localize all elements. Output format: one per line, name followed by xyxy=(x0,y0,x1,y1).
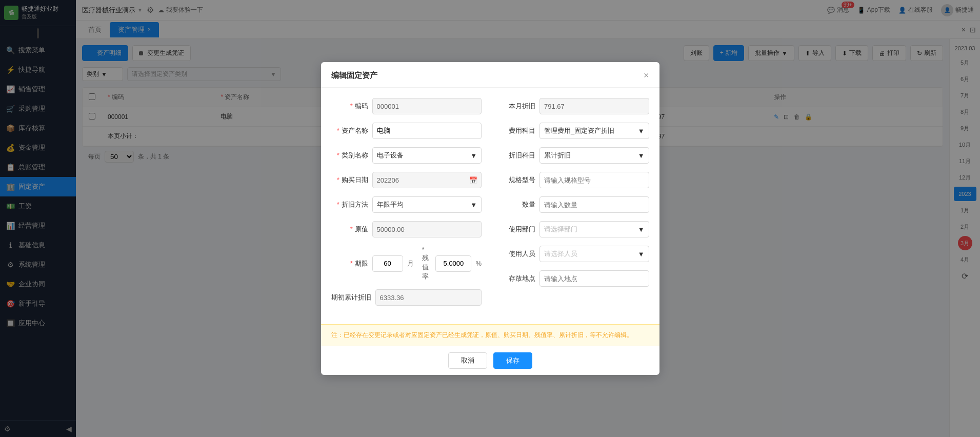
dep-account-value: 累计折旧 xyxy=(544,151,571,160)
residual-rate-label: * 残值率 xyxy=(422,246,432,281)
residual-rate-input[interactable] xyxy=(435,255,471,272)
period-unit: 月 xyxy=(407,259,414,268)
form-row-user: 使用人员 请选择人员 ▼ xyxy=(498,246,649,262)
form-row-monthly-dep: 本月折旧 xyxy=(498,98,649,114)
edit-asset-modal: 编辑固定资产 × 编码 资产名称 xyxy=(321,62,659,375)
spec-label: 规格型号 xyxy=(498,175,539,185)
expense-account-icon: ▼ xyxy=(638,127,645,135)
monthly-dep-input[interactable] xyxy=(539,98,649,114)
form-row-period: 期限 月 * 残值率 % xyxy=(331,246,482,281)
purchase-date-label: 购买日期 xyxy=(331,175,372,185)
depreciation-method-label: 折旧方法 xyxy=(331,200,372,209)
location-input[interactable] xyxy=(539,270,649,287)
expense-account-select[interactable]: 管理费用_固定资产折旧 ▼ xyxy=(539,123,649,139)
category-select[interactable]: 电子设备 ▼ xyxy=(372,147,482,164)
name-label: 资产名称 xyxy=(331,126,372,135)
residual-rate-unit: % xyxy=(475,260,482,267)
form-row-spec: 规格型号 xyxy=(498,172,649,188)
form-row-purchase-date: 购买日期 📅 xyxy=(331,172,482,188)
form-row-dep-account: 折旧科目 累计折旧 ▼ xyxy=(498,147,649,164)
department-select[interactable]: 请选择部门 ▼ xyxy=(539,221,649,237)
dep-account-label: 折旧科目 xyxy=(498,151,539,160)
monthly-dep-label: 本月折旧 xyxy=(498,102,539,111)
user-select[interactable]: 请选择人员 ▼ xyxy=(539,246,649,262)
form-row-expense-account: 费用科目 管理费用_固定资产折旧 ▼ xyxy=(498,123,649,139)
expense-account-value: 管理费用_固定资产折旧 xyxy=(544,126,614,135)
initial-accumulated-input[interactable] xyxy=(375,289,482,306)
quantity-input[interactable] xyxy=(539,196,649,213)
purchase-date-field: 📅 xyxy=(372,172,482,188)
cancel-button[interactable]: 取消 xyxy=(448,352,487,369)
category-select-icon: ▼ xyxy=(470,152,477,160)
form-row-department: 使用部门 请选择部门 ▼ xyxy=(498,221,649,237)
form-row-category: 类别名称 电子设备 ▼ xyxy=(331,147,482,164)
form-row-name: 资产名称 xyxy=(331,123,482,139)
form-row-location: 存放地点 xyxy=(498,270,649,287)
depreciation-method-icon: ▼ xyxy=(470,201,477,209)
form-row-quantity: 数量 xyxy=(498,196,649,213)
period-inline: 月 * 残值率 % xyxy=(372,246,482,281)
code-input[interactable] xyxy=(372,98,482,114)
modal-footer: 取消 保存 xyxy=(321,346,659,375)
user-label: 使用人员 xyxy=(498,249,539,259)
department-icon: ▼ xyxy=(638,226,645,233)
modal-header: 编辑固定资产 × xyxy=(321,62,659,88)
form-row-code: 编码 xyxy=(331,98,482,114)
form-row-initial-accumulated: 期初累计折旧 xyxy=(331,289,482,306)
form-row-original-value: 原值 xyxy=(331,221,482,237)
note-text: 注：已经存在变更记录或者对应固定资产已经生成凭证，原值、购买日期、残值率、累计折… xyxy=(331,331,633,339)
save-button[interactable]: 保存 xyxy=(493,352,532,369)
user-icon: ▼ xyxy=(638,250,645,258)
modal-close-button[interactable]: × xyxy=(644,70,649,81)
modal-form-columns: 编码 资产名称 类别名称 电子设备 ▼ xyxy=(331,98,649,314)
modal-note: 注：已经存在变更记录或者对应固定资产已经生成凭证，原值、购买日期、残值率、累计折… xyxy=(321,324,659,346)
calendar-icon: 📅 xyxy=(469,176,477,184)
name-input[interactable] xyxy=(372,123,482,139)
department-placeholder: 请选择部门 xyxy=(544,225,577,234)
location-label: 存放地点 xyxy=(498,274,539,283)
category-select-value: 电子设备 xyxy=(377,151,404,160)
initial-accumulated-label: 期初累计折旧 xyxy=(331,293,375,302)
modal-form-left: 编码 资产名称 类别名称 电子设备 ▼ xyxy=(331,98,491,314)
modal-overlay: 编辑固定资产 × 编码 资产名称 xyxy=(0,0,980,437)
modal-body: 编码 资产名称 类别名称 电子设备 ▼ xyxy=(321,88,659,324)
original-value-input[interactable] xyxy=(372,221,482,237)
depreciation-method-select[interactable]: 年限平均 ▼ xyxy=(372,196,482,213)
form-row-depreciation-method: 折旧方法 年限平均 ▼ xyxy=(331,196,482,213)
depreciation-method-value: 年限平均 xyxy=(377,200,404,209)
modal-title: 编辑固定资产 xyxy=(331,71,377,81)
category-label: 类别名称 xyxy=(331,151,372,160)
expense-account-label: 费用科目 xyxy=(498,126,539,135)
department-label: 使用部门 xyxy=(498,225,539,234)
quantity-label: 数量 xyxy=(498,200,539,209)
dep-account-select[interactable]: 累计折旧 ▼ xyxy=(539,147,649,164)
original-value-label: 原值 xyxy=(331,225,372,234)
period-input[interactable] xyxy=(372,255,403,272)
spec-input[interactable] xyxy=(539,172,649,188)
code-label: 编码 xyxy=(331,102,372,111)
purchase-date-input[interactable] xyxy=(372,172,482,188)
user-placeholder: 请选择人员 xyxy=(544,249,577,259)
dep-account-icon: ▼ xyxy=(638,152,645,160)
period-label: 期限 xyxy=(331,259,372,268)
modal-form-right: 本月折旧 费用科目 管理费用_固定资产折旧 ▼ 折旧科目 xyxy=(490,98,649,314)
